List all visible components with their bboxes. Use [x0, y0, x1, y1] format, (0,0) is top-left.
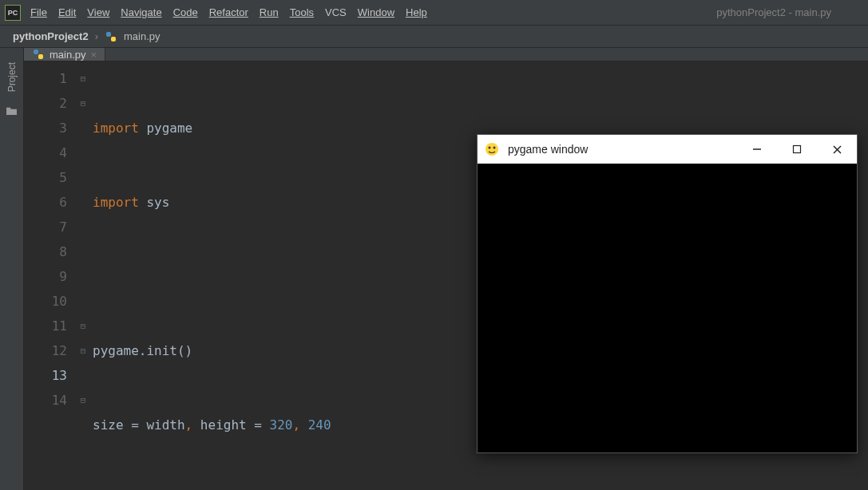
pygame-title-text: pygame window — [508, 143, 588, 156]
menu-edit[interactable]: Edit — [58, 6, 76, 18]
close-button[interactable] — [817, 135, 857, 164]
fold-icon[interactable]: ⊟ — [75, 388, 91, 413]
pygame-icon — [484, 141, 500, 157]
window-title: pythonProject2 - main.py — [716, 6, 831, 18]
svg-rect-8 — [794, 146, 801, 153]
minimize-button[interactable] — [737, 135, 777, 164]
pygame-window-buttons — [737, 135, 857, 164]
menu-items: File Edit View Navigate Code Refactor Ru… — [30, 6, 716, 18]
pygame-window[interactable]: pygame window — [477, 134, 858, 453]
svg-point-4 — [486, 143, 498, 156]
svg-rect-1 — [111, 37, 116, 41]
chevron-right-icon: › — [95, 30, 98, 42]
svg-point-5 — [489, 147, 491, 149]
sidebar-project-tab[interactable]: Project — [6, 62, 18, 92]
pygame-canvas[interactable] — [478, 164, 857, 452]
tab-label: main.py — [50, 49, 86, 61]
menu-code[interactable]: Code — [173, 6, 198, 18]
fold-column: ⊟ ⊟ ⊟ ⊟ ⊟ — [75, 61, 91, 490]
python-file-icon — [32, 48, 45, 61]
app-icon: PC — [5, 5, 21, 21]
menu-window[interactable]: Window — [358, 6, 394, 18]
svg-rect-3 — [38, 54, 43, 59]
svg-rect-0 — [106, 32, 111, 37]
menu-refactor[interactable]: Refactor — [209, 6, 248, 18]
menu-run[interactable]: Run — [260, 6, 279, 18]
menu-vcs[interactable]: VCS — [325, 6, 347, 18]
editor-tabbar: main.py × — [24, 48, 868, 61]
line-gutter: 1 2 3 4 5 6 7 8 9 10 11 12 13 14 — [24, 61, 75, 490]
fold-icon[interactable]: ⊟ — [75, 338, 91, 363]
tab-main-py[interactable]: main.py × — [24, 48, 105, 61]
python-file-icon — [105, 30, 117, 43]
fold-icon[interactable]: ⊟ — [75, 91, 91, 116]
breadcrumb-project[interactable]: pythonProject2 — [13, 30, 89, 42]
menu-help[interactable]: Help — [406, 6, 427, 18]
folder-icon[interactable] — [6, 106, 18, 116]
menu-tools[interactable]: Tools — [290, 6, 314, 18]
fold-icon[interactable]: ⊟ — [75, 66, 91, 91]
tool-sidebar: Project — [0, 48, 24, 490]
svg-rect-2 — [34, 49, 38, 54]
breadcrumb: pythonProject2 › main.py — [0, 26, 868, 48]
menu-file[interactable]: File — [30, 6, 47, 18]
menubar: PC File Edit View Navigate Code Refactor… — [0, 0, 868, 26]
maximize-button[interactable] — [777, 135, 817, 164]
pygame-titlebar[interactable]: pygame window — [478, 135, 857, 164]
close-icon[interactable]: × — [91, 49, 97, 61]
breadcrumb-file[interactable]: main.py — [124, 30, 161, 42]
menu-navigate[interactable]: Navigate — [121, 6, 161, 18]
svg-point-6 — [493, 147, 496, 149]
fold-icon[interactable]: ⊟ — [75, 314, 91, 338]
menu-view[interactable]: View — [87, 6, 109, 18]
